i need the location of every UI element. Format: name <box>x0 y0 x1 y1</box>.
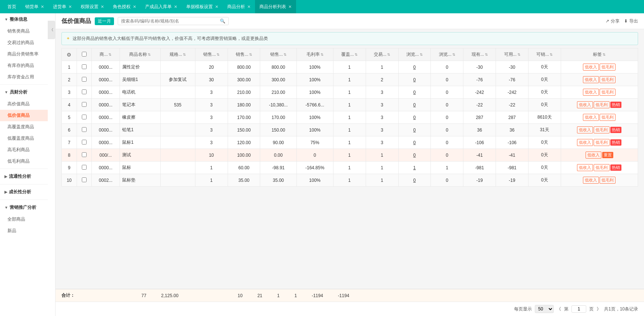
row-checkbox[interactable] <box>77 162 91 174</box>
row-select-checkbox[interactable] <box>82 89 87 94</box>
page-size-select[interactable]: 50 100 200 <box>535 305 554 313</box>
col-gear[interactable]: ⚙ <box>62 48 77 61</box>
sidebar-item-traded-products[interactable]: 交易过的商品 <box>0 37 48 48</box>
row-select-checkbox[interactable] <box>82 77 87 82</box>
sidebar-item-new-products[interactable]: 新品 <box>0 225 48 237</box>
nav-home[interactable]: 首页 <box>3 0 21 13</box>
collapse-sidebar-button[interactable]: 《 <box>48 21 55 39</box>
nav-sales-order[interactable]: 销货单 ✕ <box>21 0 48 13</box>
search-input[interactable] <box>121 18 218 24</box>
sidebar-item-high-value[interactable]: 高价值商品 <box>0 98 48 110</box>
col-checkbox[interactable] <box>77 48 91 61</box>
sidebar-section-liquidity[interactable]: ▶ 流通性分析 <box>0 170 48 183</box>
col-name[interactable]: 商品名称⇅ <box>120 48 160 61</box>
row-col11[interactable]: 0 <box>398 174 431 187</box>
col-coverage[interactable]: 覆盖...⇅ <box>333 48 366 61</box>
search-icon[interactable]: 🔍 <box>220 18 225 24</box>
row-checkbox[interactable] <box>77 61 91 74</box>
export-button[interactable]: ⬇ 导出 <box>624 18 638 24</box>
row-col11[interactable]: 0 <box>398 124 431 136</box>
sidebar-item-low-margin[interactable]: 低毛利商品 <box>0 156 48 167</box>
nav-product-analysis[interactable]: 商品分析 ✕ <box>223 0 255 13</box>
row-select-checkbox[interactable] <box>82 177 87 182</box>
row-col11[interactable]: 0 <box>398 86 431 99</box>
row-col11[interactable]: 0 <box>398 61 431 74</box>
sidebar-item-sales-products[interactable]: 销售类商品 <box>0 26 48 37</box>
col-browse2[interactable]: 浏览...⇅ <box>431 48 463 61</box>
gear-icon[interactable]: ⚙ <box>67 52 71 58</box>
row-checkbox[interactable] <box>77 174 91 187</box>
close-icon[interactable]: ✕ <box>288 4 292 9</box>
close-icon[interactable]: ✕ <box>174 4 177 9</box>
browse-link[interactable]: 0 <box>413 102 416 108</box>
browse-link[interactable]: 0 <box>413 178 416 183</box>
col-sales1[interactable]: 销售...⇅ <box>195 48 228 61</box>
sidebar-section-employee-finance[interactable]: ▼ 员财分析 <box>0 86 48 98</box>
row-col11[interactable]: 0 <box>398 149 431 162</box>
row-col11[interactable]: 0 <box>398 111 431 124</box>
row-checkbox[interactable] <box>77 111 91 124</box>
time-badge[interactable]: 近一月 <box>95 17 114 25</box>
sidebar-item-category-sales[interactable]: 商品分类销售率 <box>0 48 48 60</box>
sidebar-item-stock-products[interactable]: 有库存的商品 <box>0 60 48 71</box>
nav-permission[interactable]: 权限设置 ✕ <box>76 0 108 13</box>
nav-product-analysis-list[interactable]: 商品分析列表 ✕ <box>255 0 296 13</box>
row-select-checkbox[interactable] <box>82 102 87 107</box>
row-checkbox[interactable] <box>77 74 91 86</box>
row-select-checkbox[interactable] <box>82 127 87 132</box>
sidebar-item-stock-funds[interactable]: 库存资金占用 <box>0 71 48 83</box>
chevron-right-icon[interactable]: 》 <box>597 306 601 312</box>
col-code[interactable]: 商...⇅ <box>91 48 120 61</box>
close-icon[interactable]: ✕ <box>133 4 136 9</box>
row-col11[interactable]: 0 <box>398 136 431 149</box>
share-button[interactable]: ↗ 分享 <box>606 18 620 24</box>
browse-link[interactable]: 0 <box>413 115 416 120</box>
sidebar-section-marketing[interactable]: ▼ 营销推广分析 <box>0 201 48 214</box>
sidebar-item-high-coverage[interactable]: 高覆盖度商品 <box>0 121 48 133</box>
browse-link[interactable]: 0 <box>413 128 416 133</box>
sidebar-item-high-margin[interactable]: 高毛利商品 <box>0 144 48 156</box>
col-trade[interactable]: 交易...⇅ <box>366 48 398 61</box>
row-checkbox[interactable] <box>77 124 91 136</box>
row-col11[interactable]: 1 <box>398 162 431 174</box>
col-sales2[interactable]: 销售...⇅ <box>228 48 260 61</box>
chevron-left-icon[interactable]: 《 <box>557 306 561 312</box>
sidebar-item-all-products[interactable]: 全部商品 <box>0 214 48 225</box>
close-icon[interactable]: ✕ <box>215 4 218 9</box>
row-select-checkbox[interactable] <box>82 152 87 157</box>
row-col11[interactable]: 0 <box>398 74 431 86</box>
col-current-stock[interactable]: 现有...⇅ <box>463 48 496 61</box>
col-available-stock[interactable]: 可用...⇅ <box>496 48 529 61</box>
close-icon[interactable]: ✕ <box>247 4 251 9</box>
close-icon[interactable]: ✕ <box>68 4 72 9</box>
col-sellable-stock[interactable]: 可销...⇅ <box>528 48 561 61</box>
close-icon[interactable]: ✕ <box>41 4 44 9</box>
select-all-checkbox[interactable] <box>82 52 87 57</box>
row-checkbox[interactable] <box>77 149 91 162</box>
browse-link[interactable]: 0 <box>413 77 416 82</box>
sidebar-section-growth[interactable]: ▶ 成长性分析 <box>0 186 48 198</box>
row-col11[interactable]: 0 <box>398 99 431 111</box>
nav-purchase-order[interactable]: 进货单 ✕ <box>48 0 76 13</box>
row-select-checkbox[interactable] <box>82 64 87 69</box>
nav-template-settings[interactable]: 单据模板设置 ✕ <box>182 0 223 13</box>
browse-link[interactable]: 0 <box>413 153 416 158</box>
sidebar-item-low-coverage[interactable]: 低覆盖度商品 <box>0 133 48 144</box>
row-select-checkbox[interactable] <box>82 115 87 119</box>
sidebar-item-low-value[interactable]: 低价值商品 <box>0 110 48 121</box>
row-select-checkbox[interactable] <box>82 140 87 145</box>
col-sales3[interactable]: 销售...⇅ <box>260 48 296 61</box>
browse-link[interactable]: 1 <box>413 165 416 170</box>
row-checkbox[interactable] <box>77 136 91 149</box>
browse-link[interactable]: 0 <box>413 140 416 145</box>
browse-link[interactable]: 0 <box>413 90 416 95</box>
close-icon[interactable]: ✕ <box>101 4 104 9</box>
nav-product-warehouse[interactable]: 产成品入库单 ✕ <box>141 0 182 13</box>
row-select-checkbox[interactable] <box>82 165 87 170</box>
sidebar-section-overall[interactable]: ▼ 整体信息 <box>0 13 48 26</box>
row-checkbox[interactable] <box>77 99 91 111</box>
page-number-input[interactable] <box>571 305 586 313</box>
col-spec[interactable]: 规格...⇅ <box>160 48 195 61</box>
browse-link[interactable]: 0 <box>413 65 416 70</box>
nav-role-auth[interactable]: 角色授权 ✕ <box>108 0 141 13</box>
